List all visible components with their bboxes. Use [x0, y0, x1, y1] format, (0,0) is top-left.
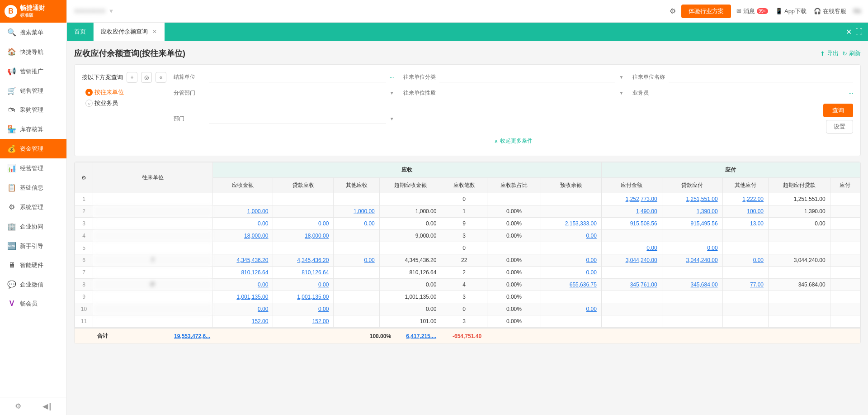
other-pay-cell[interactable]: [722, 303, 768, 315]
recv-amount-cell[interactable]: 0.00: [212, 218, 273, 230]
loan-pay-cell[interactable]: [662, 291, 722, 303]
overdue-pay-cell[interactable]: 345,684.00: [769, 279, 830, 291]
other-recv-cell[interactable]: [334, 267, 379, 279]
recv-amount-cell[interactable]: 4,345,436.20: [212, 254, 273, 267]
payable-cell[interactable]: 3,044,240.00: [601, 254, 662, 267]
other-pay-cell[interactable]: [722, 230, 768, 242]
loan-recv-cell[interactable]: 152.00: [273, 315, 334, 328]
recv-count-cell[interactable]: 3: [441, 230, 487, 242]
th-settings[interactable]: ⚙: [75, 162, 93, 193]
payable-cell[interactable]: [601, 267, 662, 279]
sidebar-item-hardware[interactable]: 🖥 智能硬件: [0, 256, 66, 275]
other-recv-cell[interactable]: [334, 242, 379, 254]
prepaid-cell[interactable]: 2,153,333.00: [541, 218, 601, 230]
pay-tail-cell[interactable]: [830, 303, 860, 315]
loan-pay-cell[interactable]: 915,495.56: [662, 218, 722, 230]
partner-nature-chevron-icon[interactable]: ▼: [619, 91, 623, 95]
header-gear-button[interactable]: ⚙: [670, 7, 676, 15]
loan-pay-cell[interactable]: 0.00: [662, 242, 722, 254]
prepaid-cell[interactable]: [541, 193, 601, 205]
service-button[interactable]: 🎧 在线客服: [814, 7, 846, 15]
loan-recv-cell[interactable]: 4,345,436.20: [273, 254, 334, 267]
setting-button[interactable]: 设置: [826, 120, 853, 134]
overdue-pay-cell[interactable]: [769, 242, 830, 254]
overdue-pay-cell[interactable]: [769, 315, 830, 328]
overdue-recv-cell[interactable]: 9,000.00: [379, 230, 441, 242]
other-recv-cell[interactable]: [334, 193, 379, 205]
partner-name-input[interactable]: [669, 72, 853, 82]
sidebar-item-member[interactable]: V 畅会员: [0, 294, 66, 313]
payable-cell[interactable]: [601, 303, 662, 315]
recv-ratio-cell[interactable]: 0.00%: [487, 279, 541, 291]
recv-count-cell[interactable]: 4: [441, 279, 487, 291]
payable-cell[interactable]: [601, 315, 662, 328]
export-button[interactable]: ⬆ 导出: [820, 49, 839, 57]
pay-tail-cell[interactable]: [830, 205, 860, 218]
loan-pay-cell[interactable]: 3,044,240.00: [662, 254, 722, 267]
recv-ratio-cell[interactable]: [487, 193, 541, 205]
pay-tail-cell[interactable]: [830, 315, 860, 328]
payable-cell[interactable]: 0.00: [601, 242, 662, 254]
tab-home[interactable]: 首页: [67, 23, 94, 41]
prepaid-cell[interactable]: [541, 315, 601, 328]
other-recv-cell[interactable]: 0.00: [334, 254, 379, 267]
overdue-recv-cell[interactable]: 1,001,135.00: [379, 291, 441, 303]
recv-amount-cell[interactable]: 18,000.00: [212, 230, 273, 242]
recv-amount-cell[interactable]: 0.00: [212, 279, 273, 291]
add-scheme-button[interactable]: +: [127, 72, 137, 83]
sidebar-item-basic[interactable]: 📋 基础信息: [0, 178, 66, 197]
recv-amount-cell[interactable]: 1,000.00: [212, 205, 273, 218]
loan-recv-cell[interactable]: 0.00: [273, 279, 334, 291]
recv-count-cell[interactable]: 2: [441, 267, 487, 279]
recv-ratio-cell[interactable]: 0.00%: [487, 315, 541, 328]
salesman-input[interactable]: [668, 88, 845, 98]
prepaid-cell[interactable]: 0.00: [541, 267, 601, 279]
other-pay-cell[interactable]: 1,222.00: [722, 193, 768, 205]
payable-cell[interactable]: 915,508.56: [601, 218, 662, 230]
collapse-button[interactable]: ∧ 收起更多条件: [174, 134, 853, 148]
other-pay-cell[interactable]: 77.00: [722, 279, 768, 291]
sidebar-item-search[interactable]: 🔍 搜索菜单: [0, 23, 66, 42]
recv-count-cell[interactable]: 0: [441, 303, 487, 315]
overdue-recv-cell[interactable]: 0.00: [379, 218, 441, 230]
prepaid-cell[interactable]: 655,636.75: [541, 279, 601, 291]
loan-recv-cell[interactable]: [273, 193, 334, 205]
prepaid-cell[interactable]: 0.00: [541, 254, 601, 267]
recv-amount-cell[interactable]: 0.00: [212, 303, 273, 315]
partner-category-input[interactable]: [439, 72, 616, 82]
overdue-pay-cell[interactable]: 1,390.00: [769, 205, 830, 218]
sidebar-item-quicknav[interactable]: 🏠 快捷导航: [0, 42, 66, 62]
pay-tail-cell[interactable]: [830, 230, 860, 242]
recv-count-cell[interactable]: 0: [441, 193, 487, 205]
other-pay-cell[interactable]: [722, 291, 768, 303]
other-pay-cell[interactable]: [722, 267, 768, 279]
payable-cell[interactable]: 345,761.00: [601, 279, 662, 291]
tab-close-icon[interactable]: ✕: [152, 29, 157, 35]
prepaid-cell[interactable]: [541, 291, 601, 303]
prepaid-cell[interactable]: 0.00: [541, 230, 601, 242]
other-pay-cell[interactable]: 100.00: [722, 205, 768, 218]
sidebar-collapse-button[interactable]: ◀‖: [42, 402, 52, 410]
overdue-pay-cell[interactable]: 3,044,240.00: [769, 254, 830, 267]
other-pay-cell[interactable]: 0.00: [722, 254, 768, 267]
loan-recv-cell[interactable]: 810,126.64: [273, 267, 334, 279]
pay-tail-cell[interactable]: [830, 254, 860, 267]
pay-tail-cell[interactable]: [830, 291, 860, 303]
recv-amount-cell[interactable]: 152.00: [212, 315, 273, 328]
recv-amount-cell[interactable]: [212, 193, 273, 205]
loan-pay-cell[interactable]: [662, 230, 722, 242]
pay-tail-cell[interactable]: [830, 193, 860, 205]
overdue-recv-cell[interactable]: 0.00: [379, 279, 441, 291]
overdue-recv-cell[interactable]: 1,000.00: [379, 205, 441, 218]
sidebar-item-system[interactable]: ⚙ 系统管理: [0, 197, 66, 217]
sidebar-item-sales[interactable]: 🛒 销售管理: [0, 81, 66, 100]
overdue-recv-cell[interactable]: 101.00: [379, 315, 441, 328]
recv-amount-cell[interactable]: [212, 242, 273, 254]
payable-cell[interactable]: 1,252,773.00: [601, 193, 662, 205]
sidebar-settings-button[interactable]: ⚙: [15, 402, 21, 410]
overdue-recv-cell[interactable]: [379, 193, 441, 205]
prepaid-cell[interactable]: [541, 242, 601, 254]
dept-input[interactable]: [209, 88, 386, 98]
tab-query[interactable]: 应收应付余额查询 ✕: [94, 23, 165, 41]
recv-amount-cell[interactable]: 1,001,135.00: [212, 291, 273, 303]
